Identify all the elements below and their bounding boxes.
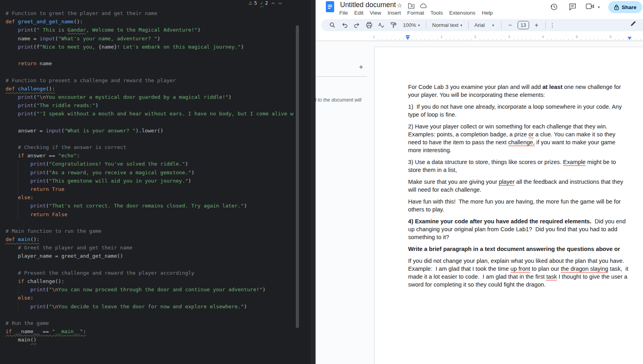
decrease-font-size-button[interactable]: −	[505, 21, 515, 30]
code-area[interactable]: # Function to greet the player and get t…	[6, 9, 295, 357]
share-label: Share	[622, 4, 637, 10]
ruler-tick	[640, 39, 641, 40]
meet-video-icon[interactable]	[586, 3, 594, 10]
ruler-number: 5	[576, 35, 578, 39]
menu-format[interactable]: Format	[404, 10, 427, 16]
ruler-tick	[395, 39, 395, 40]
undo-icon[interactable]	[340, 21, 349, 30]
ruler-tick	[623, 39, 624, 40]
ruler-tick	[547, 39, 548, 40]
ruler[interactable]: 1123456	[316, 33, 643, 41]
menu-help[interactable]: Help	[478, 10, 496, 16]
document-page[interactable]: For Code Lab 3 you examine your plan and…	[374, 47, 643, 364]
first-line-indent-marker[interactable]	[406, 35, 410, 36]
ruler-tick	[581, 39, 581, 40]
cloud-status-icon[interactable]	[420, 3, 427, 8]
indent-guide	[18, 160, 18, 219]
move-folder-icon[interactable]	[408, 3, 414, 9]
code-line: # Present the challenge and reward the p…	[6, 269, 295, 277]
doc-paragraph: Have fun with this! The more fun you are…	[408, 198, 629, 213]
more-options-icon[interactable]: ⋮	[550, 22, 555, 28]
right-indent-marker[interactable]	[628, 37, 632, 40]
paint-format-icon[interactable]	[389, 21, 398, 30]
ruler-tick	[425, 39, 425, 40]
print-icon[interactable]	[364, 21, 374, 30]
menu-insert[interactable]: Insert	[384, 10, 404, 16]
code-line: print("\nYou can now proceed through the…	[6, 285, 295, 294]
ruler-tick	[568, 39, 569, 40]
inspections-widget[interactable]: ⚠ 5 ✓ 2	[248, 0, 282, 6]
ruler-tick	[484, 39, 484, 40]
code-line: return True	[6, 185, 295, 193]
ruler-tick	[594, 39, 594, 40]
code-line: if answer == "echo":	[6, 151, 295, 160]
ruler-number: 3	[508, 35, 510, 39]
typo-count: 2	[265, 0, 268, 6]
paragraph-style-select[interactable]: Normal text▾	[430, 22, 464, 28]
left-indent-marker[interactable]	[406, 37, 410, 40]
ruler-tick	[412, 39, 412, 40]
prev-problem-chevron-icon[interactable]	[271, 1, 275, 6]
share-button[interactable]: Share	[608, 1, 642, 13]
code-line	[6, 135, 295, 143]
menu-edit[interactable]: Edit	[351, 10, 367, 16]
ruler-tick	[564, 39, 564, 40]
star-icon[interactable]: ☆	[397, 2, 402, 9]
warning-count: 5	[254, 0, 257, 6]
menu-file[interactable]: File	[336, 10, 351, 16]
ruler-tick	[518, 39, 518, 40]
google-docs-window: Untitled document ☆ ▾ Share FileEditView…	[316, 0, 643, 364]
svg-text:A: A	[378, 22, 381, 27]
ruler-tick	[551, 39, 552, 40]
zoom-select[interactable]: 100%▾	[401, 22, 422, 28]
doc-paragraph: For Code Lab 3 you examine your plan and…	[408, 83, 629, 99]
menu-extensions[interactable]: Extensions	[446, 10, 478, 16]
ruler-tick	[585, 39, 586, 40]
add-tab-button[interactable]: +	[357, 63, 365, 71]
doc-paragraph: Write a brief paragraph in a text docume…	[408, 245, 629, 253]
ruler-tick	[378, 39, 378, 40]
code-line: print("Congratulations! You've solved th…	[6, 160, 295, 168]
comments-icon[interactable]	[569, 3, 577, 11]
font-select[interactable]: Arial▾	[473, 22, 497, 28]
ruler-tick	[560, 39, 560, 40]
doc-paragraph: 1) If you do not have one already, incor…	[408, 103, 629, 119]
increase-font-size-button[interactable]: +	[532, 21, 541, 30]
code-line: print(" This is Gandar, Welcome to the M…	[6, 26, 295, 34]
google-docs-icon[interactable]	[326, 1, 334, 12]
ruler-tick	[454, 39, 455, 40]
editing-mode-pencil-icon[interactable]	[630, 20, 637, 27]
document-title[interactable]: Untitled document	[340, 1, 396, 9]
warning-icon: ⚠	[248, 0, 253, 6]
code-line: print("\nYou decide to leave the door fo…	[6, 302, 295, 311]
version-history-icon[interactable]	[550, 3, 558, 11]
doc-paragraph: 3) Use a data structure to store, things…	[408, 158, 629, 174]
ruler-number: 6	[609, 35, 611, 39]
ruler-tick	[458, 39, 459, 40]
ruler-tick	[522, 39, 522, 40]
search-icon[interactable]	[327, 21, 337, 30]
code-line: return False	[6, 210, 295, 219]
code-editor-pane[interactable]: # Function to greet the player and get t…	[0, 0, 316, 364]
code-line: print(f"Nice to meet you, {name}! Let's …	[6, 43, 295, 51]
ruler-number: 2	[474, 35, 476, 39]
meet-dropdown-caret-icon[interactable]: ▾	[598, 5, 600, 9]
font-size-input[interactable]: 13	[518, 21, 529, 29]
menu-view[interactable]: View	[367, 10, 384, 16]
ruler-tick	[573, 39, 573, 40]
spellcheck-icon[interactable]: A	[376, 21, 386, 30]
code-line: # Function to greet the player and get t…	[6, 9, 295, 17]
ruler-tick	[615, 39, 615, 40]
next-problem-chevron-icon[interactable]	[278, 1, 282, 6]
ruler-tick	[391, 39, 391, 40]
code-line: else:	[6, 294, 295, 302]
ruler-tick	[492, 39, 493, 40]
redo-icon[interactable]	[352, 21, 361, 30]
editor-scrollbar[interactable]	[296, 25, 299, 328]
menu-tools[interactable]: Tools	[427, 10, 446, 16]
ruler-tick	[403, 39, 404, 40]
ruler-tick	[598, 39, 598, 40]
code-line: if __name__ == "__main__":	[6, 327, 295, 336]
code-line	[6, 260, 295, 269]
ruler-tick	[429, 39, 429, 40]
